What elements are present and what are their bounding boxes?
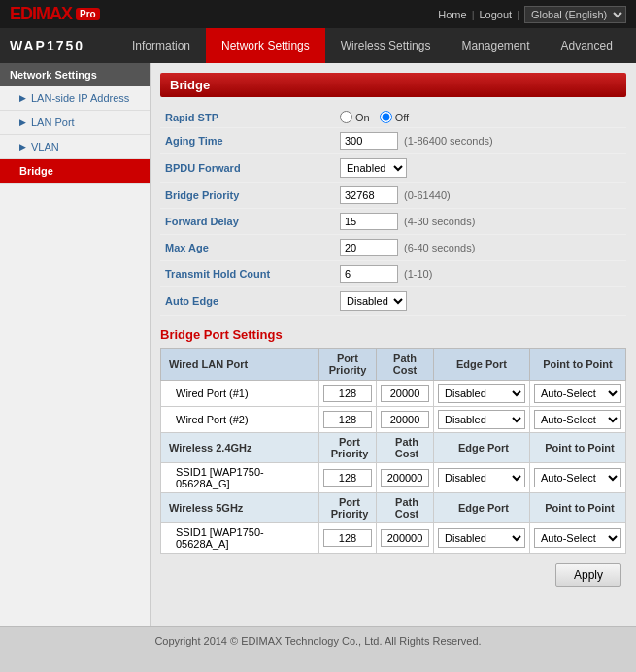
forward-delay-input[interactable] — [340, 213, 398, 230]
transmit-hold-count-value: (1-10) — [340, 265, 432, 283]
col-port-priority-1: Port Priority — [319, 349, 377, 381]
aging-time-label: Aging Time — [165, 135, 340, 147]
point-to-point-ssid1-24-select[interactable]: Auto-Select Enabled Disabled — [534, 468, 621, 487]
logo-edi: EDI — [10, 4, 36, 23]
sidebar-item-lan-port[interactable]: ▶ LAN Port — [0, 111, 150, 135]
port-priority-wired1-input[interactable] — [323, 385, 372, 402]
rapid-stp-label: Rapid STP — [165, 112, 340, 123]
bridge-priority-row: Bridge Priority (0-61440) — [160, 183, 626, 209]
edge-port-ssid1-5-cell: Disabled Enabled — [434, 523, 530, 554]
bridge-priority-label: Bridge Priority — [165, 189, 340, 201]
path-cost-wired1-cell — [377, 381, 434, 407]
port-priority-ssid1-24-cell — [319, 463, 377, 493]
auto-edge-select[interactable]: Disabled Enabled — [340, 291, 407, 311]
port-priority-ssid1-24-input[interactable] — [323, 469, 372, 487]
tab-information[interactable]: Information — [117, 28, 206, 63]
tab-management[interactable]: Management — [446, 28, 545, 63]
point-to-point-ssid1-5-select[interactable]: Auto-Select Enabled Disabled — [534, 528, 621, 548]
path-cost-wired2-input[interactable] — [381, 411, 429, 428]
edge-port-wired1-cell: Disabled Enabled — [434, 381, 530, 407]
port-priority-ssid1-5-input[interactable] — [323, 529, 372, 547]
transmit-hold-count-input[interactable] — [340, 265, 398, 283]
port-name-wired1: Wired Port (#1) — [161, 381, 319, 407]
point-to-point-wired2-select[interactable]: Auto-Select Enabled Disabled — [534, 410, 621, 429]
max-age-value: (6-40 seconds) — [340, 239, 475, 256]
edge-port-wired2-cell: Disabled Enabled — [434, 407, 530, 433]
model-name: WAP1750 — [0, 28, 117, 63]
max-age-input[interactable] — [340, 239, 398, 256]
logout-link[interactable]: Logout — [479, 9, 512, 20]
col-point-to-point-5: Point to Point — [530, 493, 626, 523]
rapid-stp-off-radio[interactable] — [380, 111, 392, 123]
tab-network-settings[interactable]: Network Settings — [206, 28, 325, 63]
col-edge-port-5: Edge Port — [434, 493, 530, 523]
table-row: SSID1 [WAP1750-05628A_A] Disabled Enable… — [161, 523, 626, 554]
footer: Copyright 2014 © EDIMAX Technology Co., … — [0, 626, 636, 655]
auto-edge-value: Disabled Enabled — [340, 291, 407, 311]
table-row: Wired Port (#2) Disabled Enabled — [161, 407, 626, 433]
logo: EDIMAX Pro — [10, 4, 100, 24]
bridge-priority-input[interactable] — [340, 186, 398, 204]
port-priority-wired1-cell — [319, 381, 377, 407]
sidebar-item-lan-ip[interactable]: ▶ LAN-side IP Address — [0, 86, 150, 111]
path-cost-ssid1-5-input[interactable] — [381, 529, 429, 547]
col-path-cost-5: Path Cost — [377, 493, 434, 523]
tab-wireless-settings[interactable]: Wireless Settings — [325, 28, 447, 63]
wireless-24ghz-section-row: Wireless 2.4GHz Port Priority Path Cost … — [161, 433, 626, 463]
wireless-24ghz-section-label: Wireless 2.4GHz — [161, 433, 319, 463]
max-age-hint: (6-40 seconds) — [404, 242, 475, 253]
top-bar: EDIMAX Pro Home | Logout | Global (Engli… — [0, 0, 636, 28]
forward-delay-label: Forward Delay — [165, 216, 340, 227]
col-edge-port-1: Edge Port — [434, 349, 530, 381]
arrow-icon: ▶ — [19, 93, 26, 103]
sidebar-title: Network Settings — [0, 63, 150, 86]
point-to-point-wired1-cell: Auto-Select Enabled Disabled — [530, 381, 626, 407]
home-link[interactable]: Home — [438, 9, 466, 20]
edge-port-ssid1-5-select[interactable]: Disabled Enabled — [438, 528, 525, 548]
transmit-hold-count-label: Transmit Hold Count — [165, 268, 340, 280]
max-age-label: Max Age — [165, 242, 340, 253]
port-priority-wired2-input[interactable] — [323, 411, 372, 428]
transmit-hold-count-row: Transmit Hold Count (1-10) — [160, 261, 626, 287]
forward-delay-row: Forward Delay (4-30 seconds) — [160, 209, 626, 235]
col-path-cost-24: Path Cost — [377, 433, 434, 463]
edge-port-wired1-select[interactable]: Disabled Enabled — [438, 384, 525, 403]
path-cost-ssid1-5-cell — [377, 523, 434, 554]
col-port-priority-24: Port Priority — [319, 433, 377, 463]
rapid-stp-radio-group: On Off — [340, 111, 409, 123]
nav-tabs: Information Network Settings Wireless Se… — [117, 28, 636, 63]
edge-port-wired2-select[interactable]: Disabled Enabled — [438, 410, 525, 429]
col-port-priority-5: Port Priority — [319, 493, 377, 523]
main-layout: Network Settings ▶ LAN-side IP Address ▶… — [0, 63, 636, 626]
tab-advanced[interactable]: Advanced — [545, 28, 627, 63]
aging-time-input[interactable] — [340, 132, 398, 150]
point-to-point-ssid1-5-cell: Auto-Select Enabled Disabled — [530, 523, 626, 554]
port-name-ssid1-24: SSID1 [WAP1750-05628A_G] — [161, 463, 319, 493]
col-point-to-point-1: Point to Point — [530, 349, 626, 381]
table-row: SSID1 [WAP1750-05628A_G] Disabled Enable… — [161, 463, 626, 493]
logo-max: MAX — [36, 4, 72, 23]
wireless-5ghz-section-label: Wireless 5GHz — [161, 493, 319, 523]
sidebar-item-bridge[interactable]: Bridge — [0, 159, 150, 184]
section-title: Bridge — [160, 73, 626, 97]
transmit-hold-count-hint: (1-10) — [404, 268, 432, 280]
path-cost-wired1-input[interactable] — [381, 385, 429, 402]
bpdu-forward-select[interactable]: Enabled Disabled — [340, 158, 407, 178]
wireless-5ghz-section-row: Wireless 5GHz Port Priority Path Cost Ed… — [161, 493, 626, 523]
sidebar-item-vlan[interactable]: ▶ VLAN — [0, 135, 150, 159]
bpdu-forward-row: BPDU Forward Enabled Disabled — [160, 154, 626, 183]
rapid-stp-off-label[interactable]: Off — [380, 111, 409, 123]
logo-text: EDIMAX — [10, 4, 72, 24]
rapid-stp-on-label[interactable]: On — [340, 111, 370, 123]
language-select[interactable]: Global (English) — [524, 6, 626, 23]
edge-port-ssid1-24-select[interactable]: Disabled Enabled — [438, 468, 525, 487]
max-age-row: Max Age (6-40 seconds) — [160, 235, 626, 261]
rapid-stp-on-radio[interactable] — [340, 111, 352, 123]
content-area: Bridge Rapid STP On Off — [151, 63, 636, 626]
apply-button[interactable]: Apply — [555, 563, 621, 587]
arrow-icon: ▶ — [19, 118, 26, 127]
aging-time-row: Aging Time (1-86400 seconds) — [160, 128, 626, 154]
path-cost-ssid1-24-input[interactable] — [381, 469, 429, 487]
point-to-point-wired1-select[interactable]: Auto-Select Enabled Disabled — [534, 384, 621, 403]
path-cost-ssid1-24-cell — [377, 463, 434, 493]
